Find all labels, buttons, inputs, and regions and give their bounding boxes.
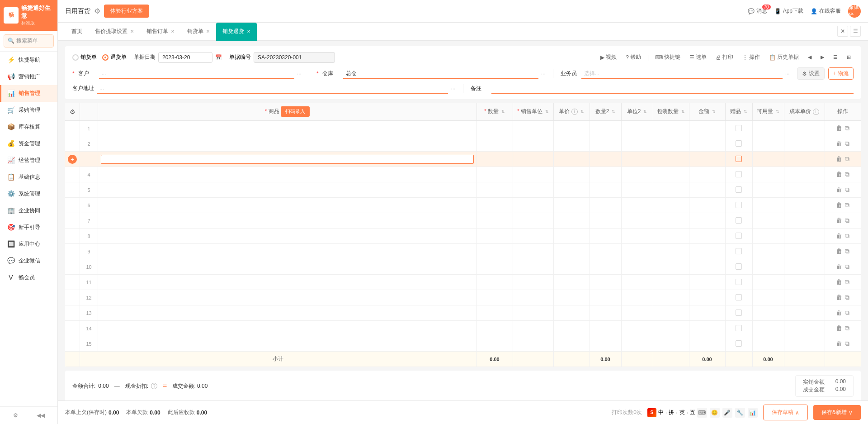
row-copy-btn-13[interactable]: ⧉ bbox=[845, 309, 849, 317]
gift-checkbox-1[interactable] bbox=[736, 125, 742, 131]
sidebar-item-inventory[interactable]: 📦 库存核算 bbox=[0, 119, 57, 135]
sidebar-item-basic[interactable]: 📋 基础信息 bbox=[0, 169, 57, 186]
next-record-btn[interactable]: ▶ bbox=[818, 52, 827, 62]
row-delete-btn-8[interactable]: 🗑 bbox=[836, 232, 842, 240]
pack-sort-icon[interactable]: ⇅ bbox=[681, 110, 685, 114]
sidebar-item-finance[interactable]: 💰 资金管理 bbox=[0, 135, 57, 152]
row-copy-btn-10[interactable]: ⧉ bbox=[845, 263, 849, 271]
tab-sales-order-close[interactable]: ✕ bbox=[171, 29, 175, 34]
row-copy-btn-6[interactable]: ⧉ bbox=[845, 201, 849, 209]
tab-sales-order[interactable]: 销售订单 ✕ bbox=[140, 23, 181, 41]
row-copy-btn-15[interactable]: ⧉ bbox=[845, 340, 849, 348]
emoji-icon-btn[interactable]: 😊 bbox=[710, 408, 720, 418]
tab-menu-btn[interactable]: ☰ bbox=[850, 26, 861, 37]
app-download-item[interactable]: 📱 App下载 bbox=[774, 7, 803, 15]
calendar-icon[interactable]: 📅 bbox=[215, 54, 222, 61]
sidebar-item-enterprise[interactable]: 🏢 企业协同 bbox=[0, 202, 57, 219]
select-btn[interactable]: ☰ 选单 bbox=[687, 52, 709, 63]
row-copy-btn-14[interactable]: ⧉ bbox=[845, 324, 849, 332]
online-service-item[interactable]: 👤 在线客服 bbox=[811, 7, 841, 15]
row-delete-btn-5[interactable]: 🗑 bbox=[836, 186, 842, 194]
tab-sales[interactable]: 销货单 ✕ bbox=[181, 23, 216, 41]
gift-checkbox-6[interactable] bbox=[736, 202, 742, 208]
user-profile-item[interactable]: 徐泽华 bbox=[848, 5, 861, 18]
staff-dots[interactable]: ··· bbox=[785, 71, 790, 77]
number-input[interactable] bbox=[254, 52, 335, 63]
row-delete-btn-10[interactable]: 🗑 bbox=[836, 263, 842, 271]
row-copy-btn-12[interactable]: ⧉ bbox=[845, 294, 849, 301]
row-copy-btn-3[interactable]: ⧉ bbox=[845, 155, 849, 163]
tool2-icon-btn[interactable]: 📊 bbox=[748, 408, 758, 418]
gift-sort-icon[interactable]: ⇅ bbox=[744, 110, 747, 114]
sidebar-settings-btn[interactable]: ⚙ bbox=[11, 410, 20, 420]
search-menu-button[interactable]: 🔍 搜索菜单 bbox=[4, 34, 54, 48]
gift-checkbox-4[interactable] bbox=[736, 171, 742, 177]
row-copy-btn-11[interactable]: ⧉ bbox=[845, 278, 849, 286]
row-delete-btn-12[interactable]: 🗑 bbox=[836, 294, 842, 301]
tab-price-setup-close[interactable]: ✕ bbox=[130, 29, 134, 34]
gift-checkbox-5[interactable] bbox=[736, 186, 742, 193]
tool1-icon-btn[interactable]: 🔧 bbox=[735, 408, 745, 418]
row-delete-btn-13[interactable]: 🗑 bbox=[836, 309, 842, 317]
gift-checkbox-7[interactable] bbox=[736, 217, 742, 224]
sidebar-item-system[interactable]: ⚙️ 系统管理 bbox=[0, 186, 57, 202]
row-delete-btn-7[interactable]: 🗑 bbox=[836, 217, 842, 224]
trial-button[interactable]: 体验行业方案 bbox=[104, 5, 149, 18]
sidebar-item-newbie[interactable]: 🎯 新手引导 bbox=[0, 219, 57, 236]
add-logistics-button[interactable]: + 物流 bbox=[828, 67, 854, 80]
gift-checkbox-14[interactable] bbox=[736, 325, 742, 331]
sidebar-item-appstore[interactable]: 🔲 应用中心 bbox=[0, 236, 57, 252]
sidebar-item-sales[interactable]: 📊 销售管理 bbox=[0, 85, 57, 102]
sidebar-item-shortcut[interactable]: ⚡ 快捷导航 bbox=[0, 52, 57, 68]
row-copy-btn-5[interactable]: ⧉ bbox=[845, 186, 849, 194]
row-copy-btn-4[interactable]: ⧉ bbox=[845, 171, 849, 178]
tab-home[interactable]: 首页 bbox=[65, 23, 89, 41]
keyboard-icon-btn[interactable]: ⌨ bbox=[697, 408, 707, 418]
row-copy-btn-7[interactable]: ⧉ bbox=[845, 217, 849, 224]
row-delete-btn-1[interactable]: 🗑 bbox=[836, 124, 842, 132]
radio-return[interactable]: 退货单 bbox=[102, 53, 127, 61]
row-copy-btn-8[interactable]: ⧉ bbox=[845, 232, 849, 240]
warehouse-input[interactable] bbox=[343, 68, 538, 79]
column-settings-icon[interactable]: ⚙ bbox=[70, 108, 75, 115]
qty-sort-icon[interactable]: ⇅ bbox=[501, 110, 505, 114]
tab-price-setup[interactable]: 售价提取设置 ✕ bbox=[89, 23, 140, 41]
topbar-settings-icon[interactable]: ⚙ bbox=[94, 7, 100, 15]
sidebar-item-operations[interactable]: 📈 经营管理 bbox=[0, 152, 57, 169]
view-toggle-list[interactable]: ☰ bbox=[830, 52, 840, 62]
sidebar-item-purchase[interactable]: 🛒 采购管理 bbox=[0, 102, 57, 119]
prev-record-btn[interactable]: ◀ bbox=[805, 52, 814, 62]
cost-price-info-icon[interactable]: i bbox=[813, 109, 819, 115]
voice-icon-btn[interactable]: 🎤 bbox=[722, 408, 732, 418]
gift-checkbox-10[interactable] bbox=[736, 263, 742, 270]
gift-checkbox-2[interactable] bbox=[736, 140, 742, 147]
print-btn[interactable]: 🖨 打印 bbox=[713, 52, 736, 63]
price-info-icon[interactable]: i bbox=[571, 109, 578, 115]
tab-close-all-btn[interactable]: ✕ bbox=[837, 26, 848, 37]
notification-item[interactable]: 💬 消息 70 bbox=[748, 7, 767, 15]
row-copy-btn-2[interactable]: ⧉ bbox=[845, 140, 849, 148]
row-delete-btn-9[interactable]: 🗑 bbox=[836, 248, 842, 255]
address-dots[interactable]: ··· bbox=[451, 86, 455, 92]
cash-discount-info-icon[interactable]: ? bbox=[151, 383, 157, 389]
sidebar-item-marketing[interactable]: 📢 营销推广 bbox=[0, 68, 57, 85]
note-input[interactable] bbox=[491, 83, 854, 94]
gift-checkbox-9[interactable] bbox=[736, 248, 742, 254]
row-copy-btn-9[interactable]: ⧉ bbox=[845, 248, 849, 255]
gift-checkbox-3[interactable] bbox=[736, 156, 742, 162]
save-new-button[interactable]: 保存&新增 ∨ bbox=[813, 405, 861, 420]
address-input[interactable] bbox=[97, 83, 448, 94]
warehouse-dots[interactable]: ··· bbox=[541, 71, 546, 77]
help-btn[interactable]: ? 帮助 bbox=[623, 52, 644, 63]
video-btn[interactable]: ▶ 视频 bbox=[598, 52, 619, 63]
customer-dots[interactable]: ··· bbox=[297, 71, 302, 77]
gift-checkbox-15[interactable] bbox=[736, 340, 742, 347]
sidebar-item-wechat[interactable]: 💬 企业微信 bbox=[0, 252, 57, 269]
customer-input[interactable] bbox=[99, 68, 294, 79]
history-btn[interactable]: 📋 历史单据 bbox=[766, 52, 802, 63]
row-delete-btn-6[interactable]: 🗑 bbox=[836, 201, 842, 209]
view-toggle-grid[interactable]: ⊞ bbox=[844, 52, 854, 62]
available-sort-icon[interactable]: ⇅ bbox=[776, 110, 779, 114]
add-row-btn[interactable]: + bbox=[68, 155, 77, 164]
row-copy-btn-1[interactable]: ⧉ bbox=[845, 124, 849, 132]
